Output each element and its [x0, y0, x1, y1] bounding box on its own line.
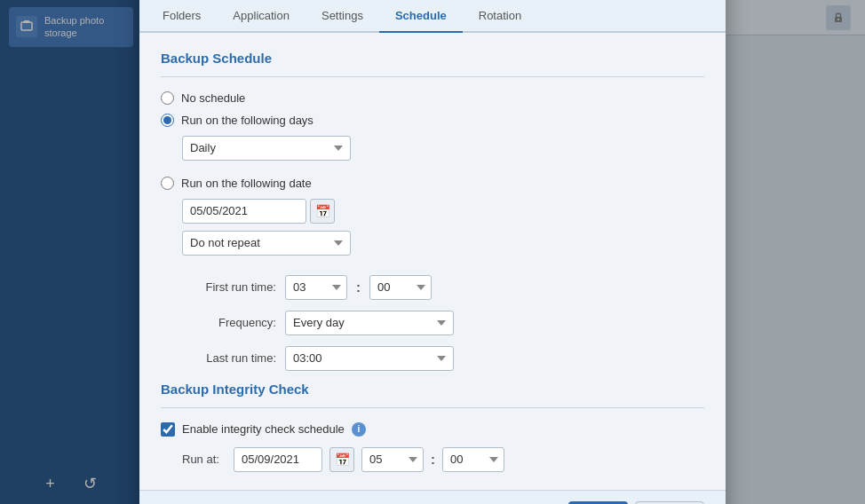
enable-integrity-label: Enable integrity check schedule — [182, 422, 345, 436]
modal-overlay: Task Settings ? — □ ✕ Folders Applicatio… — [0, 0, 865, 504]
integrity-checkbox[interactable] — [161, 422, 175, 437]
first-run-hour-select[interactable]: 03 04 05 — [285, 275, 347, 300]
backup-schedule-section: Backup Schedule No schedule Run on the f… — [161, 51, 704, 371]
no-schedule-radio[interactable] — [161, 91, 174, 105]
daily-select[interactable]: Daily Weekly Monthly — [182, 136, 351, 161]
no-schedule-label: No schedule — [181, 91, 245, 105]
frequency-select[interactable]: Every day Every hour — [285, 311, 454, 335]
run-days-row: Run on the following days — [161, 114, 704, 127]
run-at-label: Run at: — [182, 453, 226, 466]
date-indent: 📅 Do not repeat Every day Every week — [182, 199, 704, 256]
daily-indent: Daily Weekly Monthly — [182, 136, 704, 161]
run-date-row: Run on the following date — [161, 177, 704, 190]
enable-integrity-row: Enable integrity check schedule i — [161, 422, 704, 437]
frequency-label: Frequency: — [161, 316, 276, 329]
run-at-date-field[interactable] — [234, 447, 322, 472]
last-run-select[interactable]: 03:00 04:00 — [285, 346, 454, 371]
tab-settings[interactable]: Settings — [306, 0, 379, 33]
tab-schedule[interactable]: Schedule — [379, 0, 463, 33]
run-at-hour-select[interactable]: 05 06 — [361, 447, 424, 472]
frequency-row: Frequency: Every day Every hour — [161, 311, 704, 335]
last-run-label: Last run time: — [161, 351, 276, 365]
date-field[interactable] — [182, 199, 306, 224]
integrity-check-section: Backup Integrity Check Enable integrity … — [161, 382, 704, 472]
modal-body: Backup Schedule No schedule Run on the f… — [139, 33, 726, 490]
integrity-check-title: Backup Integrity Check — [161, 382, 704, 397]
time-colon-1: : — [356, 280, 361, 295]
first-run-minute-select[interactable]: 00 15 30 — [369, 275, 432, 300]
run-at-row: Run at: 📅 05 06 : 00 15 — [182, 447, 704, 472]
run-days-radio[interactable] — [161, 114, 174, 127]
run-days-label: Run on the following days — [181, 114, 313, 127]
tab-bar: Folders Application Settings Schedule Ro… — [139, 0, 726, 33]
cancel-button[interactable]: Cancel — [635, 501, 704, 505]
run-at-minute-select[interactable]: 00 15 — [442, 447, 504, 472]
calendar-button[interactable]: 📅 — [310, 199, 335, 224]
task-settings-modal: Task Settings ? — □ ✕ Folders Applicatio… — [139, 0, 726, 504]
modal-footer: OK Cancel — [139, 490, 726, 505]
tab-folders[interactable]: Folders — [147, 0, 217, 33]
info-icon[interactable]: i — [352, 422, 366, 437]
schedule-radio-group: No schedule Run on the following days Da… — [161, 91, 704, 263]
no-schedule-row: No schedule — [161, 91, 704, 105]
tab-application[interactable]: Application — [217, 0, 306, 33]
run-date-label: Run on the following date — [181, 177, 312, 190]
first-run-row: First run time: 03 04 05 : 00 15 30 — [161, 275, 704, 300]
first-run-label: First run time: — [161, 280, 276, 294]
section-divider-2 — [161, 407, 704, 408]
section-divider-1 — [161, 76, 704, 77]
date-input-row: 📅 — [182, 199, 704, 224]
tab-rotation[interactable]: Rotation — [463, 0, 537, 33]
run-at-calendar-button[interactable]: 📅 — [329, 447, 354, 472]
backup-schedule-title: Backup Schedule — [161, 51, 704, 66]
run-date-radio[interactable] — [161, 177, 174, 190]
time-colon-2: : — [431, 452, 435, 467]
ok-button[interactable]: OK — [568, 501, 628, 505]
last-run-row: Last run time: 03:00 04:00 — [161, 346, 704, 371]
repeat-select[interactable]: Do not repeat Every day Every week — [182, 231, 351, 256]
